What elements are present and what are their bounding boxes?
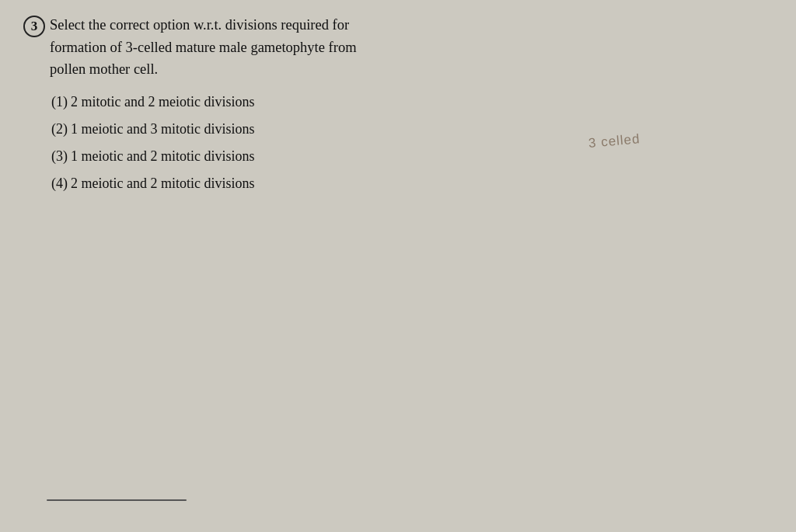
option-4-text: 2 meiotic and 2 mitotic divisions [71, 173, 254, 194]
option-1: (1) 2 mitotic and 2 meiotic divisions [51, 92, 773, 113]
option-3-number: (3) [51, 146, 68, 167]
option-2-number: (2) [51, 119, 68, 140]
option-4-number: (4) [51, 173, 68, 194]
question-header: 3 Select the correct option w.r.t. divis… [23, 14, 773, 81]
question-block: 3 Select the correct option w.r.t. divis… [23, 14, 773, 194]
page-container: 3 Select the correct option w.r.t. divis… [0, 0, 796, 532]
option-3-text: 1 meiotic and 2 mitotic divisions [71, 146, 254, 167]
option-2-text: 1 meiotic and 3 mitotic divisions [71, 119, 254, 140]
option-1-number: (1) [51, 92, 68, 113]
bottom-line [47, 499, 187, 501]
option-1-text: 2 mitotic and 2 meiotic divisions [71, 92, 254, 113]
question-number: 3 [23, 16, 45, 37]
options-list: (1) 2 mitotic and 2 meiotic divisions (2… [51, 92, 773, 194]
option-4: (4) 2 meiotic and 2 mitotic divisions [51, 173, 773, 194]
question-text: Select the correct option w.r.t. divisio… [50, 14, 357, 81]
option-3: (3) 1 meiotic and 2 mitotic divisions [51, 146, 773, 167]
option-2: (2) 1 meiotic and 3 mitotic divisions [51, 119, 773, 140]
